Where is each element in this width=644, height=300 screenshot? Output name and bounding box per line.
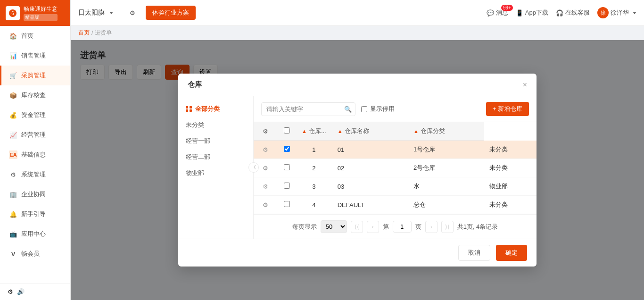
row-checkbox[interactable] xyxy=(284,146,290,152)
table-row[interactable]: ⚙ 1 01 1号仓库 未分类 xyxy=(254,141,537,159)
row-gear-icon[interactable]: ⚙ xyxy=(263,146,268,153)
row-name: 2号仓库 xyxy=(408,159,484,177)
row-checkbox[interactable] xyxy=(284,164,290,170)
modal-body: 全部分类 未分类 经营一部 经营二部 物业部 《 xyxy=(178,96,537,239)
table-row[interactable]: ⚙ 3 03 水 物业部 xyxy=(254,177,537,196)
sidebar-item-guide[interactable]: 🔔 新手引导 xyxy=(0,204,70,224)
modal-close-button[interactable]: × xyxy=(523,81,527,89)
breadcrumb-home[interactable]: 首页 xyxy=(78,29,90,37)
row-gear-icon[interactable]: ⚙ xyxy=(263,201,268,208)
notifications-button[interactable]: 💬 消息 99+ xyxy=(487,8,508,17)
topbar-right: 💬 消息 99+ 📱 App下载 🎧 在线客服 徐 徐泽华 xyxy=(487,7,636,18)
sidebar-item-base[interactable]: EA 基础信息 xyxy=(0,145,70,165)
cat-item-3[interactable]: 物业部 xyxy=(178,165,253,181)
sidebar-item-enterprise[interactable]: 🏢 企业协同 xyxy=(0,184,70,204)
cat-item-1[interactable]: 经营一部 xyxy=(178,133,253,149)
username-label: 徐泽华 xyxy=(611,8,629,17)
category-collapse-button[interactable]: 《 xyxy=(248,162,259,173)
page-unit: 页 xyxy=(415,223,421,231)
per-page-label: 每页显示 xyxy=(292,223,317,231)
sidebar-item-system[interactable]: ⚙ 系统管理 xyxy=(0,165,70,184)
next-page-button[interactable]: › xyxy=(425,221,438,233)
th-code: ▲ 仓库... xyxy=(296,122,332,141)
category-header-label: 全部分类 xyxy=(195,105,220,113)
row-check[interactable] xyxy=(277,141,296,159)
inventory-icon: 📦 xyxy=(9,91,17,100)
per-page-select[interactable]: 50 20 100 xyxy=(321,220,347,233)
row-gear-icon[interactable]: ⚙ xyxy=(263,183,268,190)
row-checkbox[interactable] xyxy=(284,183,290,189)
row-check[interactable] xyxy=(277,177,296,196)
search-input-wrap: 🔍 xyxy=(261,102,355,116)
show-disabled-label[interactable]: 显示停用 xyxy=(361,105,395,113)
sidebar-item-finance[interactable]: 💰 资金管理 xyxy=(0,105,70,125)
purchase-icon: 🛒 xyxy=(9,71,17,80)
volume-icon[interactable]: 🔊 xyxy=(17,288,25,295)
brand-selector[interactable]: 日太阳膜 xyxy=(78,8,113,17)
settings-icon[interactable]: ⚙ xyxy=(8,288,13,295)
content-area: 进货单 打印 导出 刷新 查询 设置 仓库 × xyxy=(71,40,644,300)
prev-page-button[interactable]: ‹ xyxy=(367,221,379,233)
last-page-button[interactable]: ⟩⟩ xyxy=(441,221,454,233)
sort-icon-category: ▲ xyxy=(413,128,419,134)
show-disabled-checkbox[interactable] xyxy=(361,106,367,112)
user-menu[interactable]: 徐 徐泽华 xyxy=(597,7,636,18)
sidebar-bottom: ⚙ 🔊 xyxy=(0,283,70,300)
sidebar-item-operations[interactable]: 📈 经营管理 xyxy=(0,125,70,145)
table-row[interactable]: ⚙ 2 02 2号仓库 未分类 xyxy=(254,159,537,177)
sort-code[interactable]: ▲ 仓库... xyxy=(302,127,326,135)
row-code: DEFAULT xyxy=(332,196,408,214)
th-check xyxy=(277,122,296,141)
customer-service-button[interactable]: 🎧 在线客服 xyxy=(556,8,590,17)
table-row[interactable]: ⚙ 4 DEFAULT 总仓 未分类 xyxy=(254,196,537,214)
sort-icon-code: ▲ xyxy=(302,128,307,134)
table-body: ⚙ 1 01 1号仓库 未分类 ⚙ 2 02 2号仓库 未分类 ⚙ 3 03 水… xyxy=(254,141,537,214)
sidebar-item-sales[interactable]: 📊 销售管理 xyxy=(0,46,70,66)
category-header[interactable]: 全部分类 xyxy=(178,101,253,117)
row-gear[interactable]: ⚙ xyxy=(254,177,277,196)
app-download-button[interactable]: 📱 App下载 xyxy=(516,8,548,17)
sort-icon-name: ▲ xyxy=(338,128,343,134)
sidebar-item-home[interactable]: 🏠 首页 xyxy=(0,26,70,46)
search-input[interactable] xyxy=(261,102,355,116)
th-category: ▲ 仓库分类 xyxy=(408,122,484,141)
user-dropdown-icon xyxy=(633,12,636,14)
row-check[interactable] xyxy=(277,159,296,177)
sidebar-item-apps[interactable]: 📺 应用中心 xyxy=(0,224,70,244)
sort-name[interactable]: ▲ 仓库名称 xyxy=(338,127,402,135)
row-gear[interactable]: ⚙ xyxy=(254,196,277,214)
cat-item-0[interactable]: 未分类 xyxy=(178,117,253,133)
sidebar-item-inventory[interactable]: 📦 库存核查 xyxy=(0,85,70,105)
row-code: 01 xyxy=(332,141,408,159)
enterprise-icon: 🏢 xyxy=(9,190,17,199)
add-warehouse-button[interactable]: + 新增仓库 xyxy=(486,102,529,116)
breadcrumb-separator: / xyxy=(91,30,93,36)
base-icon: EA xyxy=(9,150,17,159)
row-gear[interactable]: ⚙ xyxy=(254,141,277,159)
page-number-input[interactable] xyxy=(393,221,412,233)
topbar-divider xyxy=(119,8,119,17)
th-name: ▲ 仓库名称 xyxy=(332,122,408,141)
row-name: 1号仓库 xyxy=(408,141,484,159)
svg-text:6: 6 xyxy=(11,11,14,16)
select-all-checkbox[interactable] xyxy=(284,127,290,133)
app-download-label: App下载 xyxy=(525,8,548,17)
cat-item-2[interactable]: 经营二部 xyxy=(178,149,253,165)
confirm-button[interactable]: 确定 xyxy=(496,245,527,261)
sidebar-item-purchase[interactable]: 🛒 采购管理 xyxy=(0,66,70,85)
sort-category[interactable]: ▲ 仓库分类 xyxy=(413,127,478,135)
topbar-gear-button[interactable]: ⚙ xyxy=(125,5,140,20)
search-icon[interactable]: 🔍 xyxy=(344,106,352,113)
main-area: 日太阳膜 ⚙ 体验行业方案 💬 消息 99+ 📱 App下载 🎧 在线客服 徐 … xyxy=(71,0,644,300)
phone-icon: 📱 xyxy=(516,9,523,17)
row-checkbox[interactable] xyxy=(284,201,290,207)
first-page-button[interactable]: ⟨⟨ xyxy=(351,221,363,233)
row-gear-icon[interactable]: ⚙ xyxy=(263,165,268,172)
row-index: 3 xyxy=(296,177,332,196)
cancel-button[interactable]: 取消 xyxy=(458,245,490,261)
home-icon: 🏠 xyxy=(9,32,17,40)
trial-button[interactable]: 体验行业方案 xyxy=(146,6,196,20)
row-index: 2 xyxy=(296,159,332,177)
row-check[interactable] xyxy=(277,196,296,214)
sidebar-item-member[interactable]: V 畅会员 xyxy=(0,244,70,264)
